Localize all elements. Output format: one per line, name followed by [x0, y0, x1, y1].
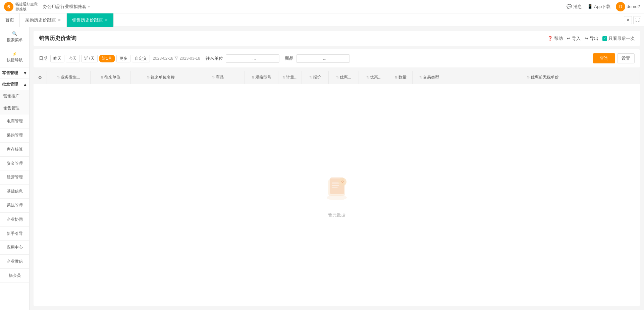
empty-text: 暂元数据: [328, 212, 345, 218]
sidebar-item-basic-info[interactable]: 基础信息: [0, 185, 29, 199]
svg-point-7: [342, 182, 343, 183]
partner-input-dots: ...: [253, 56, 276, 61]
th-unit[interactable]: ⇅ 计量...: [278, 71, 302, 84]
quick-nav-icon: ⚡: [12, 51, 17, 57]
date-btn-1month[interactable]: 近1月: [99, 55, 115, 62]
th-partner-code-sort-icon: ⇅: [101, 75, 103, 79]
svg-point-6: [338, 178, 346, 186]
th-spec-sort-icon: ⇅: [252, 75, 254, 79]
settings-button[interactable]: 设置: [617, 53, 635, 63]
page-actions: ❓ 帮助 ↩ 导入 ↪ 导出 ✓ 只看最后一次: [547, 36, 635, 42]
th-price[interactable]: ⇅ 报价: [302, 71, 329, 84]
date-filter-group: 日期 昨天 今天 近7天 近1月 更多 自定义 2023-02-18 至 202…: [39, 55, 200, 62]
logo-area: 6 畅捷通好生意 标准版: [4, 2, 38, 11]
search-menu-icon: 🔍: [12, 31, 17, 37]
sidebar-item-sales-mgmt[interactable]: 销售管理: [0, 102, 29, 114]
home-tab-label: 首页: [5, 17, 14, 23]
message-icon: 💬: [567, 4, 572, 9]
page-header: 销售历史价查询 ❓ 帮助 ↩ 导入 ↪ 导出 ✓ 只看最后一次: [34, 31, 640, 46]
sidebar-item-quick-nav[interactable]: ⚡ 快捷导航: [0, 47, 29, 68]
sidebar-item-ops-mgmt[interactable]: 经营管理: [0, 170, 29, 185]
phone-icon: 📱: [587, 4, 593, 9]
product-input-dots: ...: [323, 56, 347, 61]
chevron-up-icon: ▲: [23, 82, 27, 87]
sales-tab-close-icon[interactable]: ✕: [105, 18, 108, 22]
sidebar-item-retail-mgmt[interactable]: 零售管理 ▼: [0, 67, 29, 79]
sidebar-item-newcomer[interactable]: 新手引导: [0, 227, 29, 241]
svg-rect-4: [332, 185, 339, 186]
sidebar-item-search-menu[interactable]: 🔍 搜索菜单: [0, 27, 29, 47]
only-last-checkbox-group[interactable]: ✓ 只看最后一次: [602, 36, 635, 42]
th-date[interactable]: ⇅ 业务发生...: [47, 71, 91, 84]
help-icon: ❓: [547, 36, 553, 41]
empty-state: 暂元数据: [34, 84, 640, 306]
sidebar-item-enterprise-wechat[interactable]: 企业微信: [0, 255, 29, 269]
partner-filter-input[interactable]: ...: [226, 54, 279, 63]
th-spec[interactable]: ⇅ 规格型号: [245, 71, 278, 84]
product-filter-label: 商品: [285, 55, 293, 61]
purchase-tab-close-icon[interactable]: ✕: [58, 18, 61, 22]
content-area: 销售历史价查询 ❓ 帮助 ↩ 导入 ↪ 导出 ✓ 只看最后一次: [30, 27, 644, 310]
th-qty[interactable]: ⇅ 数量: [389, 71, 413, 84]
filter-bar: 日期 昨天 今天 近7天 近1月 更多 自定义 2023-02-18 至 202…: [34, 49, 640, 67]
tab-close-all-button[interactable]: ✕: [624, 16, 632, 24]
logo-icon: 6: [4, 2, 13, 11]
partner-filter-label: 往来单位: [206, 55, 223, 61]
sidebar-item-sys-mgmt[interactable]: 系统管理: [0, 199, 29, 213]
logo-text: 畅捷通好生意 标准版: [15, 2, 38, 11]
tab-fullscreen-button[interactable]: ⛶: [633, 16, 641, 24]
tab-purchase[interactable]: 采购历史价跟踪 ✕: [20, 13, 67, 27]
sidebar: 🔍 搜索菜单 ⚡ 快捷导航 零售管理 ▼ 批发管理 ▲ 营销推广 销售管理 电商…: [0, 27, 30, 310]
date-filter-buttons: 昨天 今天 近7天 近1月 更多 自定义: [50, 55, 150, 62]
sidebar-item-purchase-mgmt[interactable]: 采购管理: [0, 128, 29, 143]
sidebar-item-enterprise[interactable]: 企业协同: [0, 213, 29, 227]
th-settings[interactable]: ⚙: [34, 71, 47, 84]
date-btn-yesterday[interactable]: 昨天: [50, 55, 64, 62]
gear-icon: ⚙: [38, 75, 42, 80]
date-filter-label: 日期: [39, 55, 48, 61]
sidebar-item-wholesale-mgmt[interactable]: 批发管理 ▲: [0, 79, 29, 90]
date-btn-custom[interactable]: 自定义: [132, 55, 150, 62]
user-menu[interactable]: D demo2: [616, 2, 640, 11]
date-btn-today[interactable]: 今天: [66, 55, 80, 62]
th-price-sort-icon: ⇅: [309, 75, 312, 79]
th-discount1-sort-icon: ⇅: [336, 75, 339, 79]
breadcrumb-arrow-icon: ▾: [88, 4, 90, 9]
product-filter-input[interactable]: ...: [296, 54, 350, 63]
sidebar-item-ecom-mgmt[interactable]: 电商管理: [0, 114, 29, 128]
sidebar-item-app-center[interactable]: 应用中心: [0, 241, 29, 255]
filter-action-buttons: 查询 设置: [593, 53, 635, 63]
date-btn-more[interactable]: 更多: [116, 55, 130, 62]
query-button[interactable]: 查询: [593, 53, 615, 63]
th-trade-sort-icon: ⇅: [419, 75, 422, 79]
th-discount2[interactable]: ⇅ 优惠...: [359, 71, 389, 84]
tab-controls: ✕ ⛶: [624, 16, 644, 24]
date-btn-7days[interactable]: 近7天: [81, 55, 98, 62]
export-icon: ↪: [585, 36, 588, 41]
top-bar-right: 💬 消息 📱 App下载 D demo2: [567, 2, 640, 11]
sidebar-item-marketing[interactable]: 营销推广: [0, 90, 29, 102]
table-area: ⚙ ⇅ 业务发生... ⇅ 往来单位 ⇅ 往来单位名称 ⇅ 商品: [34, 71, 640, 306]
import-button[interactable]: ↩ 导入: [567, 36, 581, 42]
svg-rect-5: [332, 187, 338, 188]
tab-sales[interactable]: 销售历史价跟踪 ✕: [67, 13, 114, 27]
tab-home[interactable]: 首页: [0, 13, 20, 27]
breadcrumb: 办公用品行业模拟账套 ▾: [43, 4, 90, 10]
sidebar-item-inventory[interactable]: 库存核算: [0, 143, 29, 157]
app-download-button[interactable]: 📱 App下载: [587, 4, 610, 10]
message-button[interactable]: 💬 消息: [567, 4, 582, 10]
th-notax-price[interactable]: ⇅ 优惠前无税单价: [446, 71, 640, 84]
sidebar-item-vip-member[interactable]: 畅会员: [0, 269, 29, 283]
th-partner-name[interactable]: ⇅ 往来单位名称: [131, 71, 191, 84]
only-last-checkbox[interactable]: ✓: [602, 36, 607, 41]
export-button[interactable]: ↪ 导出: [585, 36, 598, 42]
th-partner-code[interactable]: ⇅ 往来单位: [91, 71, 131, 84]
sidebar-item-finance-mgmt[interactable]: 资金管理: [0, 157, 29, 171]
empty-illustration: [322, 172, 352, 208]
th-product[interactable]: ⇅ 商品: [191, 71, 245, 84]
th-trade-type[interactable]: ⇅ 交易类型: [413, 71, 446, 84]
th-discount1[interactable]: ⇅ 优惠...: [329, 71, 359, 84]
th-date-sort-icon: ⇅: [57, 75, 60, 79]
th-discount2-sort-icon: ⇅: [366, 75, 369, 79]
help-button[interactable]: ❓ 帮助: [547, 36, 563, 42]
